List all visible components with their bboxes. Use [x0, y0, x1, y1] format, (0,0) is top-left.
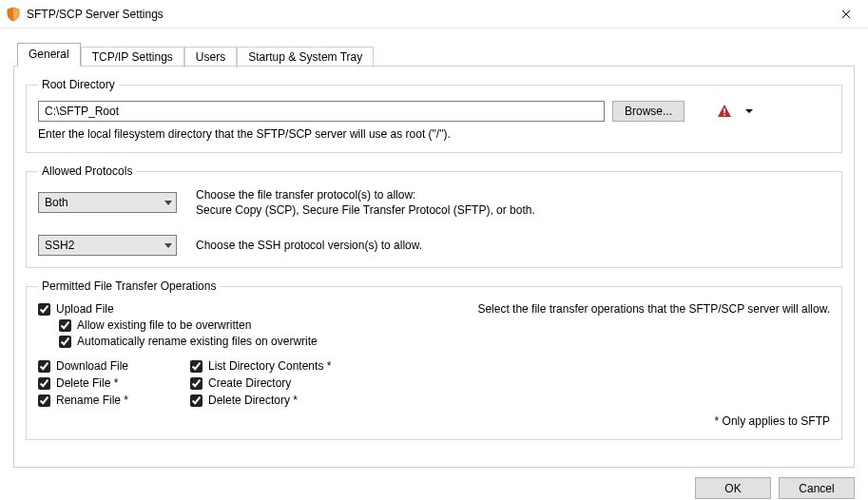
- browse-button[interactable]: Browse...: [612, 101, 685, 122]
- checkbox-delete-file-input[interactable]: [38, 377, 50, 390]
- root-directory-hint: Enter the local filesystem directory tha…: [38, 127, 830, 141]
- svg-rect-0: [723, 108, 725, 113]
- checkbox-list-directory-label: List Directory Contents *: [208, 359, 331, 373]
- checkbox-upload-file-label: Upload File: [56, 302, 114, 316]
- checkbox-create-directory-label: Create Directory: [208, 376, 291, 390]
- tab-panel-general: Root Directory Browse... Enter the local…: [13, 66, 855, 468]
- checkbox-list-directory[interactable]: List Directory Contents *: [190, 359, 399, 373]
- transfer-protocol-select[interactable]: Both: [38, 192, 177, 213]
- transfer-desc-line2: Secure Copy (SCP), Secure File Transfer …: [196, 202, 535, 218]
- close-button[interactable]: [824, 0, 868, 29]
- checkbox-download-file-label: Download File: [56, 359, 128, 373]
- checkbox-upload-file[interactable]: Upload File: [38, 302, 318, 316]
- checkbox-download-file-input[interactable]: [38, 360, 50, 373]
- chevron-down-icon: [164, 243, 172, 248]
- allowed-protocols-legend: Allowed Protocols: [38, 164, 136, 178]
- group-allowed-protocols: Allowed Protocols Both Choose the file t…: [26, 164, 842, 268]
- checkbox-delete-file-label: Delete File *: [56, 376, 118, 390]
- content-area: General TCP/IP Settings Users Startup & …: [0, 29, 868, 468]
- tab-general[interactable]: General: [17, 43, 81, 67]
- tab-users[interactable]: Users: [184, 47, 237, 67]
- checkbox-rename-file-input[interactable]: [38, 394, 50, 407]
- tab-tcpip[interactable]: TCP/IP Settings: [81, 47, 184, 67]
- checkbox-auto-rename-label: Automatically rename existing files on o…: [77, 335, 318, 348]
- titlebar: SFTP/SCP Server Settings: [0, 0, 868, 29]
- app-icon: [6, 7, 21, 22]
- group-root-directory: Root Directory Browse... Enter the local…: [26, 78, 842, 153]
- group-permitted-operations: Permitted File Transfer Operations Uploa…: [26, 279, 842, 440]
- ssh-protocol-value: SSH2: [45, 239, 74, 252]
- svg-rect-1: [723, 114, 725, 116]
- transfer-desc-line1: Choose the file transfer protocol(s) to …: [196, 187, 535, 202]
- close-icon: [841, 10, 851, 19]
- checkbox-create-directory-input[interactable]: [190, 377, 203, 390]
- warning-icon[interactable]: [717, 104, 732, 119]
- checkbox-delete-directory-input[interactable]: [190, 394, 203, 407]
- checkbox-download-file[interactable]: Download File: [38, 359, 190, 373]
- checkbox-rename-file[interactable]: Rename File *: [38, 394, 190, 407]
- checkbox-upload-file-input[interactable]: [38, 303, 50, 316]
- root-directory-input[interactable]: [38, 101, 605, 122]
- ssh-protocol-select[interactable]: SSH2: [38, 235, 177, 256]
- warning-dropdown-caret[interactable]: [745, 109, 753, 113]
- checkbox-delete-file[interactable]: Delete File *: [38, 376, 190, 390]
- ssh-protocol-description: Choose the SSH protocol version(s) to al…: [196, 238, 422, 253]
- cancel-button[interactable]: Cancel: [779, 477, 855, 499]
- tab-startup[interactable]: Startup & System Tray: [237, 47, 374, 67]
- permitted-operations-legend: Permitted File Transfer Operations: [38, 279, 220, 293]
- operations-hint: Select the file transfer operations that…: [477, 302, 830, 316]
- transfer-protocol-description: Choose the file transfer protocol(s) to …: [196, 187, 535, 218]
- operations-footnote: * Only applies to SFTP: [715, 414, 830, 428]
- checkbox-allow-overwrite-label: Allow existing file to be overwritten: [77, 318, 251, 332]
- checkbox-auto-rename-input[interactable]: [59, 336, 71, 348]
- window-title: SFTP/SCP Server Settings: [27, 8, 164, 21]
- ok-button[interactable]: OK: [695, 477, 771, 499]
- checkbox-allow-overwrite[interactable]: Allow existing file to be overwritten: [59, 318, 318, 332]
- checkbox-list-directory-input[interactable]: [190, 360, 203, 373]
- checkbox-allow-overwrite-input[interactable]: [59, 319, 71, 332]
- checkbox-auto-rename[interactable]: Automatically rename existing files on o…: [59, 335, 318, 348]
- transfer-protocol-value: Both: [45, 196, 68, 209]
- checkbox-create-directory[interactable]: Create Directory: [190, 376, 399, 390]
- dialog-button-bar: OK Cancel: [0, 468, 868, 499]
- root-directory-legend: Root Directory: [38, 78, 119, 91]
- checkbox-delete-directory[interactable]: Delete Directory *: [190, 394, 399, 407]
- checkbox-delete-directory-label: Delete Directory *: [208, 394, 298, 407]
- checkbox-rename-file-label: Rename File *: [56, 394, 128, 407]
- tab-strip: General TCP/IP Settings Users Startup & …: [13, 42, 855, 66]
- chevron-down-icon: [164, 201, 172, 205]
